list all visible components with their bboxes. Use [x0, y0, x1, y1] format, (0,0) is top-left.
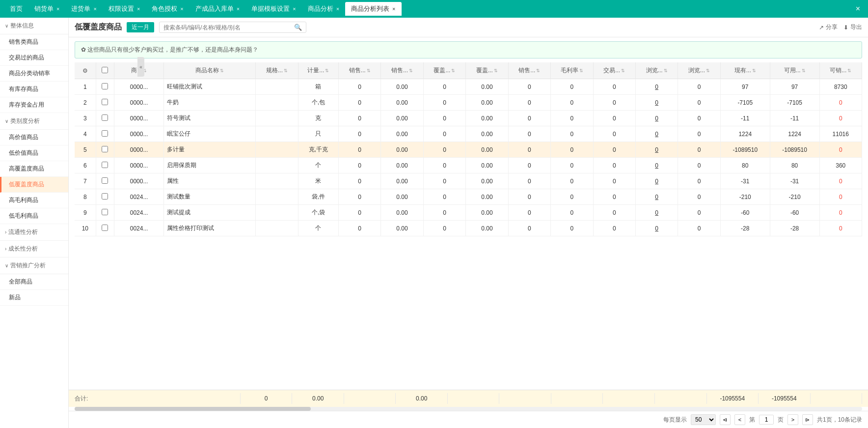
sidebar-item-in-stock[interactable]: 有库存商品 [0, 82, 68, 97]
row-checkbox[interactable] [96, 205, 114, 221]
coverage1-col-header[interactable]: 覆盖...⇅ [423, 62, 465, 79]
row-checkbox[interactable] [96, 111, 114, 126]
close-icon[interactable]: × [237, 6, 240, 12]
horizontal-scrollbar[interactable] [75, 407, 862, 411]
row-available-stock: -60 [770, 205, 819, 221]
coverage2-col-header[interactable]: 覆盖...⇅ [466, 62, 508, 79]
select-all-checkbox[interactable] [102, 67, 108, 73]
row-no: 2 [75, 95, 96, 111]
unit-col-header[interactable]: 计量...⇅ [298, 62, 338, 79]
tab-home[interactable]: 首页 [4, 2, 28, 16]
prev-page-button[interactable]: < [734, 414, 745, 425]
sidebar-item-low-coverage[interactable]: 低覆盖度商品 [0, 177, 68, 193]
row-browse1[interactable]: 0 [635, 221, 678, 236]
sales-days-col-header[interactable]: 销售...⇅ [508, 62, 550, 79]
close-icon[interactable]: × [137, 6, 140, 12]
close-all-button[interactable]: × [852, 4, 864, 13]
tab-product-analysis[interactable]: 商品分析 × [302, 2, 345, 16]
row-sales-days: 0 [508, 158, 550, 173]
row-browse1[interactable]: 0 [635, 142, 678, 158]
current-stock-col-header[interactable]: 现有...⇅ [720, 62, 770, 79]
row-spec [256, 173, 298, 189]
export-button[interactable]: ⬇ 导出 [843, 23, 862, 31]
sidebar-item-high-coverage[interactable]: 高覆盖度商品 [0, 161, 68, 177]
gross-margin-col-header[interactable]: 毛利率⇅ [551, 62, 593, 79]
page-number-input[interactable] [759, 415, 774, 425]
row-checkbox[interactable] [96, 95, 114, 111]
next-page-button[interactable]: > [787, 414, 798, 425]
sellable-col-header[interactable]: 可销...⇅ [819, 62, 862, 79]
tab-sales-order[interactable]: 销货单 × [28, 2, 65, 16]
close-icon[interactable]: × [93, 6, 96, 12]
name-col-header[interactable]: 商品名称⇅ [164, 62, 256, 79]
row-coverage1: 0 [423, 189, 465, 205]
row-browse1[interactable]: 0 [635, 189, 678, 205]
sidebar-section-category[interactable]: ∨ 类别度分析 [0, 113, 68, 130]
row-browse1[interactable]: 0 [635, 158, 678, 173]
search-icon: 🔍 [294, 24, 302, 31]
sidebar-item-traded-products[interactable]: 交易过的商品 [0, 50, 68, 66]
sales-amount-col-header[interactable]: 销售...⇅ [381, 62, 423, 79]
sidebar-section-liquidity[interactable]: › 流通性分析 [0, 224, 68, 241]
row-current-stock: 80 [720, 158, 770, 173]
browse2-col-header[interactable]: 浏览...⇅ [678, 62, 720, 79]
row-checkbox[interactable] [96, 173, 114, 189]
row-checkbox[interactable] [96, 79, 114, 95]
row-checkbox[interactable] [96, 221, 114, 236]
available-stock-col-header[interactable]: 可用...⇅ [770, 62, 819, 79]
sidebar-section-growth[interactable]: › 成长性分析 [0, 241, 68, 257]
row-current-stock: 97 [720, 79, 770, 95]
row-browse1[interactable]: 0 [635, 111, 678, 126]
sales-qty-col-header[interactable]: 销售...⇅ [338, 62, 380, 79]
sidebar-item-new-products[interactable]: 新品 [0, 290, 68, 306]
browse1-col-header[interactable]: 浏览...⇅ [635, 62, 678, 79]
close-icon[interactable]: × [336, 6, 339, 12]
tab-product-warehouse[interactable]: 产成品入库单 × [190, 2, 245, 16]
sidebar-item-stock-capital[interactable]: 库存资金占用 [0, 97, 68, 113]
sidebar-item-low-margin[interactable]: 低毛利商品 [0, 208, 68, 224]
table-row: 3 0000... 符号测试 克 0 0.00 0 0.00 0 0 0 0 0… [75, 111, 862, 126]
page-size-select[interactable]: 50 20 100 [691, 414, 716, 425]
row-browse1[interactable]: 0 [635, 205, 678, 221]
close-icon[interactable]: × [56, 6, 59, 12]
sidebar-section-marketing[interactable]: ∨ 营销推广分析 [0, 257, 68, 274]
settings-col-header[interactable]: ⚙ [75, 62, 96, 79]
row-browse2: 0 [678, 95, 720, 111]
close-icon[interactable]: × [392, 6, 395, 12]
row-checkbox[interactable] [96, 158, 114, 173]
row-browse1[interactable]: 0 [635, 95, 678, 111]
close-icon[interactable]: × [180, 6, 183, 12]
row-code: 0000... [114, 95, 164, 111]
close-icon[interactable]: × [293, 6, 296, 12]
checkbox-col-header[interactable] [96, 62, 114, 79]
row-browse1[interactable]: 0 [635, 173, 678, 189]
sidebar-item-all-products[interactable]: 全部商品 [0, 274, 68, 290]
period-button[interactable]: 近一月 [127, 22, 154, 32]
sidebar-item-sales-products[interactable]: 销售类商品 [0, 34, 68, 50]
tab-purchase-order[interactable]: 进货单 × [65, 2, 102, 16]
row-browse1[interactable]: 0 [635, 79, 678, 95]
row-browse1[interactable]: 0 [635, 126, 678, 142]
transaction-col-header[interactable]: 交易...⇅ [593, 62, 635, 79]
sidebar-collapse-button[interactable]: « [137, 57, 144, 77]
tab-role-auth[interactable]: 角色授权 × [146, 2, 189, 16]
share-button[interactable]: ↗ 分享 [819, 23, 838, 31]
sidebar-item-high-margin[interactable]: 高毛利商品 [0, 193, 68, 208]
first-page-button[interactable]: ⊲ [720, 414, 731, 425]
row-checkbox[interactable] [96, 126, 114, 142]
sidebar-item-category-rate[interactable]: 商品分类动销率 [0, 66, 68, 82]
sidebar-item-low-value[interactable]: 低价值商品 [0, 145, 68, 161]
tab-permission[interactable]: 权限设置 × [103, 2, 146, 16]
row-checkbox[interactable] [96, 142, 114, 158]
table-wrapper[interactable]: ⚙ 商...⇅ 商品名称⇅ 规格...⇅ 计量...⇅ 销售...⇅ 销售...… [69, 62, 868, 390]
last-page-button[interactable]: ⊳ [802, 414, 813, 425]
row-checkbox[interactable] [96, 189, 114, 205]
sidebar-section-overall[interactable]: ∨ 整体信息 [0, 18, 68, 34]
search-input[interactable] [163, 24, 294, 31]
scrollbar-thumb[interactable] [75, 407, 311, 411]
sidebar-item-high-value[interactable]: 高价值商品 [0, 130, 68, 145]
spec-col-header[interactable]: 规格...⇅ [256, 62, 298, 79]
tab-template-settings[interactable]: 单据模板设置 × [245, 2, 301, 16]
tab-product-analysis-list[interactable]: 商品分析列表 × [345, 2, 401, 16]
row-sales-amount: 0.00 [381, 126, 423, 142]
